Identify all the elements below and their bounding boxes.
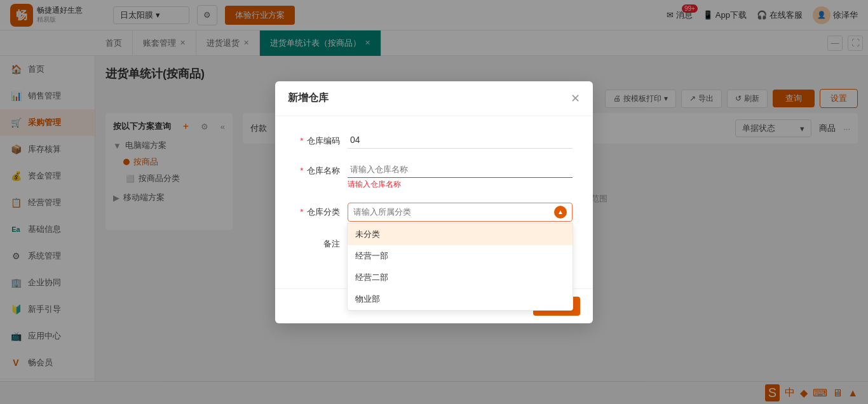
dialog-overlay: 新增仓库 ✕ * 仓库编码 * 仓库名称 <box>0 0 868 404</box>
name-field-row: * 仓库名称 请输入仓库名称 <box>295 161 573 190</box>
code-field <box>348 131 573 149</box>
dropdown-item-property[interactable]: 物业部 <box>348 288 573 310</box>
dialog-body: * 仓库编码 * 仓库名称 请输入仓库名称 <box>275 116 593 288</box>
name-error-msg: 请输入仓库名称 <box>348 179 573 190</box>
required-star-code: * <box>300 136 303 145</box>
dropdown-item-uncategorized[interactable]: 未分类 <box>348 224 573 245</box>
category-label: * 仓库分类 <box>295 203 340 218</box>
category-field-row: * 仓库分类 ▲ 未分类 经营一部 经营二部 物业部 <box>295 203 573 222</box>
dialog-close-button[interactable]: ✕ <box>571 91 580 105</box>
name-input[interactable] <box>348 161 573 178</box>
new-warehouse-dialog: 新增仓库 ✕ * 仓库编码 * 仓库名称 <box>275 81 593 323</box>
category-field: ▲ 未分类 经营一部 经营二部 物业部 <box>348 203 573 222</box>
name-field: 请输入仓库名称 <box>348 161 573 190</box>
required-star-name: * <box>300 166 303 175</box>
category-input[interactable] <box>353 207 554 217</box>
category-dropdown: 未分类 经营一部 经营二部 物业部 <box>347 223 573 311</box>
code-label: * 仓库编码 <box>295 131 340 147</box>
notes-label: 备注 <box>295 234 340 250</box>
required-star-cat: * <box>300 207 303 217</box>
name-label: * 仓库名称 <box>295 161 340 177</box>
dropdown-item-dept1[interactable]: 经营一部 <box>348 245 573 267</box>
code-input[interactable] <box>348 131 573 149</box>
dialog-title: 新增仓库 <box>288 91 329 105</box>
dialog-header: 新增仓库 ✕ <box>275 81 593 116</box>
dropdown-item-dept2[interactable]: 经营二部 <box>348 267 573 288</box>
category-input-wrapper: ▲ <box>348 203 573 222</box>
category-chevron-up[interactable]: ▲ <box>554 206 567 219</box>
code-field-row: * 仓库编码 <box>295 131 573 149</box>
